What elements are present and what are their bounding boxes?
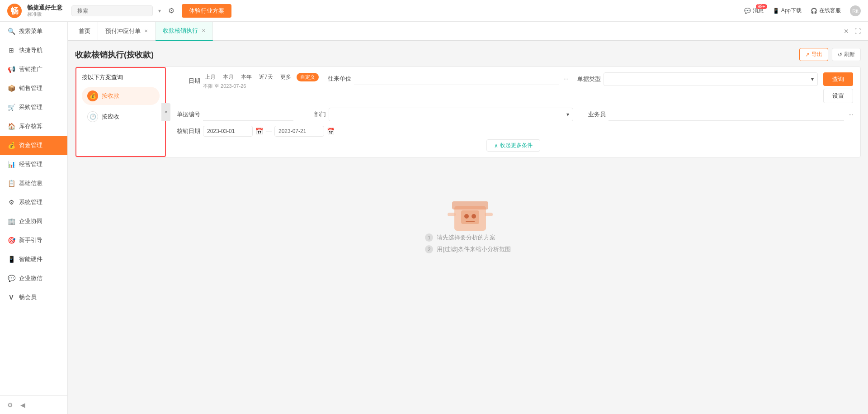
tab-writeoff[interactable]: 收款核销执行 ✕ <box>156 22 213 41</box>
svg-rect-7 <box>485 213 493 216</box>
sidebar-label-guide: 新手引导 <box>19 236 42 244</box>
user-item[interactable]: Rit <box>850 5 861 16</box>
setting-button[interactable]: 设置 <box>823 89 853 103</box>
date-more[interactable]: 更多 <box>278 72 293 82</box>
main-layout: 🔍 搜索菜单 ⊞ 快捷导航 📢 营销推广 📦 销售管理 🛒 采购管理 🏠 库存核… <box>0 22 868 414</box>
filter-container: 按以下方案查询 💰 按收款 🕐 按应收 « <box>75 67 861 157</box>
date-7days[interactable]: 近7天 <box>257 72 275 82</box>
date-custom[interactable]: 自定义 <box>297 73 319 81</box>
query-panel: 按以下方案查询 💰 按收款 🕐 按应收 « <box>75 67 166 157</box>
query-option-receivable[interactable]: 🕐 按应收 <box>82 108 160 126</box>
search-chevron-icon[interactable]: ▾ <box>158 8 161 14</box>
cal-end-icon[interactable]: 📅 <box>327 128 335 135</box>
doc-no-input[interactable] <box>203 108 293 121</box>
sidebar-item-quick-nav[interactable]: ⊞ 快捷导航 <box>0 41 67 60</box>
receivable-option-icon: 🕐 <box>87 111 98 122</box>
service-item[interactable]: 🎧 在线客服 <box>811 7 841 14</box>
verify-date-start-input[interactable] <box>203 126 253 137</box>
counterpart-label: 往来单位 <box>324 75 351 83</box>
svg-rect-6 <box>448 213 456 216</box>
staff-dots: ··· <box>849 111 853 118</box>
date-this-month[interactable]: 本月 <box>221 72 236 82</box>
filter-right: 日期 上月 本月 本年 近7天 更多 自定义 不限 至 <box>166 67 860 157</box>
dept-select[interactable]: ▾ <box>329 108 573 121</box>
refresh-button[interactable]: ↺ 刷新 <box>832 48 861 61</box>
tab-writeoff-close-icon[interactable]: ✕ <box>202 28 205 33</box>
sidebar-item-system[interactable]: ⚙ 系统管理 <box>0 193 67 212</box>
date-last-month[interactable]: 上月 <box>203 72 217 82</box>
tab-home[interactable]: 首页 <box>71 22 98 41</box>
sidebar-label-enterprise: 企业协同 <box>19 217 42 225</box>
date-this-year[interactable]: 本年 <box>239 72 254 82</box>
finance-icon: 💰 <box>7 142 15 149</box>
gear-icon[interactable]: ⚙ <box>168 6 175 15</box>
tab-writeoff-label: 收款核销执行 <box>163 27 198 35</box>
app-icon: 📱 <box>773 8 779 14</box>
tab-prepay-label: 预付冲应付单 <box>105 27 141 35</box>
sidebar-label-system: 系统管理 <box>19 198 42 206</box>
sidebar-item-finance[interactable]: 💰 资金管理 <box>0 136 67 155</box>
sidebar-item-guide[interactable]: 🎯 新手引导 <box>0 231 67 250</box>
avatar: Rit <box>850 5 861 16</box>
app-download-item[interactable]: 📱 App下载 <box>773 7 802 14</box>
date-unlimited: 不限 至 2023-07-26 <box>203 83 319 90</box>
sidebar-item-search-menu[interactable]: 🔍 搜索菜单 <box>0 22 67 41</box>
settings-bottom-icon[interactable]: ⚙ <box>7 401 13 409</box>
sidebar-item-hardware[interactable]: 📱 智能硬件 <box>0 250 67 269</box>
collapse-more-icon: ∧ <box>494 143 498 149</box>
search-input[interactable] <box>71 5 153 16</box>
dept-label: 部门 <box>299 110 326 119</box>
doc-no-filter: 单据编号 <box>173 108 293 121</box>
collapse-more-button[interactable]: ∧ 收起更多条件 <box>486 139 540 152</box>
step1-num: 1 <box>425 233 433 242</box>
export-icon: ↗ <box>805 52 810 58</box>
verify-date-filter: 核销日期 📅 — 📅 <box>173 126 335 137</box>
sidebar-item-purchase[interactable]: 🛒 采购管理 <box>0 98 67 117</box>
sidebar-item-basic-info[interactable]: 📋 基础信息 <box>0 174 67 193</box>
wechat-icon: 💬 <box>7 275 15 282</box>
tab-prepay-close-icon[interactable]: ✕ <box>144 29 148 33</box>
sidebar-item-operations[interactable]: 📊 经营管理 <box>0 155 67 174</box>
purchase-icon: 🛒 <box>7 104 15 111</box>
dept-filter: 部门 ▾ <box>299 108 573 121</box>
collapse-sidebar-icon[interactable]: ◀ <box>20 401 25 409</box>
verify-date-end-input[interactable] <box>274 126 324 137</box>
query-panel-title: 按以下方案查询 <box>82 73 160 81</box>
sidebar-label-marketing: 营销推广 <box>19 65 42 73</box>
query-button[interactable]: 查询 <box>823 72 853 86</box>
sidebar-label-search-menu: 搜索菜单 <box>19 27 42 35</box>
staff-filter: 业务员 ··· <box>579 108 853 121</box>
step2-num: 2 <box>425 245 433 253</box>
quick-nav-icon: ⊞ <box>7 47 15 54</box>
export-button[interactable]: ↗ 导出 <box>799 48 828 61</box>
sidebar-item-marketing[interactable]: 📢 营销推广 <box>0 60 67 79</box>
sidebar: 🔍 搜索菜单 ⊞ 快捷导航 📢 营销推广 📦 销售管理 🛒 采购管理 🏠 库存核… <box>0 22 68 414</box>
query-option-receipt[interactable]: 💰 按收款 <box>82 87 160 105</box>
message-badge: 99+ <box>756 4 767 9</box>
messages-item[interactable]: 💬 消息 99+ <box>744 7 764 14</box>
counterpart-input[interactable] <box>354 72 559 85</box>
sidebar-item-enterprise[interactable]: 🏢 企业协同 <box>0 212 67 231</box>
collapse-panel-button[interactable]: « <box>161 103 170 121</box>
content-area: 首页 预付冲应付单 ✕ 收款核销执行 ✕ ✕ ⛶ 收款核销执行(按收款) <box>68 22 868 414</box>
cal-start-icon[interactable]: 📅 <box>255 128 263 135</box>
sidebar-item-sales[interactable]: 📦 销售管理 <box>0 79 67 98</box>
sidebar-item-member[interactable]: V 畅会员 <box>0 288 67 307</box>
inventory-icon: 🏠 <box>7 123 15 130</box>
doc-type-select[interactable]: ▾ <box>604 72 818 86</box>
topbar-right: 💬 消息 99+ 📱 App下载 🎧 在线客服 Rit <box>744 5 861 16</box>
sidebar-item-wechat[interactable]: 💬 企业微信 <box>0 269 67 288</box>
doc-type-arrow: ▾ <box>811 76 814 82</box>
sidebar-label-operations: 经营管理 <box>19 160 42 168</box>
sidebar-item-inventory[interactable]: 🏠 库存核算 <box>0 117 67 136</box>
staff-input[interactable] <box>609 108 844 121</box>
solution-button[interactable]: 体验行业方案 <box>182 4 231 18</box>
refresh-icon: ↺ <box>838 52 842 58</box>
tab-prepay[interactable]: 预付冲应付单 ✕ <box>98 22 156 41</box>
page-header: 收款核销执行(按收款) ↗ 导出 ↺ 刷新 <box>75 48 861 61</box>
tab-expand-icon[interactable]: ⛶ <box>854 28 861 35</box>
empty-illustration <box>445 190 491 226</box>
sidebar-label-wechat: 企业微信 <box>19 274 42 282</box>
date-filter-group: 日期 上月 本月 本年 近7天 更多 自定义 不限 至 <box>173 72 319 90</box>
tab-close-all-icon[interactable]: ✕ <box>844 28 849 35</box>
